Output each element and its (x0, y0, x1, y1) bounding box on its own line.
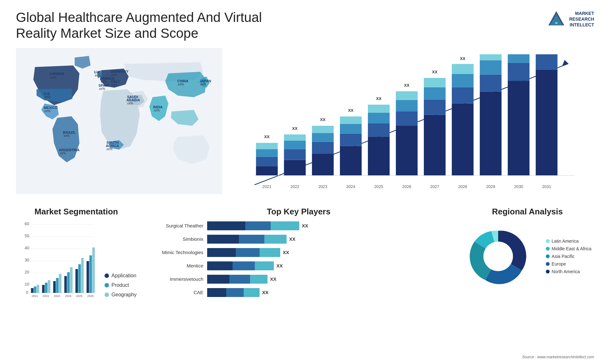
player-row: Mimic Technologies XX (152, 248, 445, 257)
svg-rect-93 (508, 63, 529, 81)
svg-rect-44 (284, 160, 306, 175)
legend-europe: Europe (546, 261, 591, 266)
bar-seg1 (207, 221, 245, 230)
legend-dot-geography (105, 293, 109, 297)
player-bar (207, 261, 274, 270)
svg-rect-58 (340, 124, 362, 133)
bar-chart-svg: XX 2021 XX 2022 XX (238, 54, 581, 197)
svg-rect-124 (45, 283, 47, 293)
svg-text:xx%: xx% (127, 102, 133, 105)
player-name: CAE (152, 290, 203, 295)
bar-seg1 (207, 235, 239, 244)
svg-text:2026: 2026 (87, 294, 93, 298)
players-title: Top Key Players (152, 207, 445, 217)
player-row: Surgical Theather XX (152, 221, 445, 230)
bar-seg2 (233, 261, 255, 270)
player-bar-container: XX (207, 248, 289, 257)
svg-rect-63 (368, 123, 390, 137)
svg-rect-52 (312, 133, 334, 142)
legend-middle-east: Middle East & Africa (546, 246, 591, 251)
svg-text:XX: XX (264, 134, 270, 139)
player-name: Mentice (152, 263, 203, 268)
legend-asia-pacific: Asia Pacific (546, 254, 591, 259)
label-europe: Europe (552, 261, 566, 266)
svg-text:M: M (555, 22, 558, 24)
svg-rect-128 (56, 278, 58, 293)
svg-text:2023: 2023 (318, 184, 327, 189)
svg-rect-71 (396, 91, 417, 100)
svg-text:xx%: xx% (111, 73, 117, 77)
legend-product: Product (105, 282, 137, 288)
players-section: Top Key Players Surgical Theather XX Sim… (146, 207, 451, 301)
svg-rect-45 (284, 149, 306, 160)
player-bar-container: XX (207, 288, 268, 297)
regional-title: Regional Analysis (492, 207, 563, 217)
svg-rect-137 (81, 258, 84, 293)
svg-rect-65 (368, 104, 390, 112)
svg-text:2024: 2024 (346, 184, 355, 189)
svg-text:2022: 2022 (43, 294, 49, 298)
bar-seg1 (207, 275, 229, 284)
svg-rect-68 (396, 126, 417, 176)
svg-text:xx%: xx% (178, 83, 184, 86)
svg-rect-46 (284, 141, 306, 149)
svg-rect-83 (452, 64, 473, 74)
player-row: Immersivetouch XX (152, 275, 445, 284)
svg-rect-120 (34, 286, 36, 293)
svg-rect-119 (31, 288, 33, 293)
svg-rect-86 (480, 91, 501, 175)
svg-text:2021: 2021 (31, 294, 38, 298)
bar-seg2 (229, 275, 250, 284)
bar-seg2 (226, 288, 244, 297)
player-val: XX (289, 236, 295, 242)
donut-chart-svg (463, 221, 533, 291)
player-bar-container: XX (207, 261, 283, 270)
svg-text:XX: XX (320, 117, 326, 122)
seg-legend: Application Product Geography (105, 273, 137, 298)
svg-text:xx%: xx% (106, 147, 112, 151)
page-container: Global Healthcare Augmented And Virtual … (0, 0, 610, 364)
legend-dot-application (105, 273, 109, 278)
svg-text:xx%: xx% (64, 134, 70, 138)
svg-rect-98 (536, 70, 557, 176)
svg-rect-88 (480, 60, 501, 74)
player-name: Mimic Technologies (152, 250, 203, 255)
player-val: XX (302, 223, 308, 228)
svg-rect-56 (340, 146, 362, 175)
header: Global Healthcare Augmented And Virtual … (16, 10, 594, 42)
player-row: Mentice XX (152, 261, 445, 270)
legend-geography: Geography (105, 292, 137, 298)
player-name: Immersivetouch (152, 276, 203, 282)
svg-rect-139 (86, 261, 89, 293)
player-val: XX (262, 290, 268, 295)
svg-text:20: 20 (24, 270, 29, 274)
svg-rect-127 (53, 281, 56, 293)
bar-seg1 (207, 248, 236, 257)
svg-rect-75 (424, 100, 445, 115)
svg-text:10: 10 (24, 282, 29, 286)
svg-text:XX: XX (348, 108, 354, 113)
svg-rect-89 (480, 54, 501, 60)
bar-seg1 (207, 288, 226, 297)
player-name: Simbionix (152, 236, 203, 242)
bar-seg2 (236, 248, 260, 257)
world-map-svg: CANADA xx% U.S. xx% MEXICO xx% BRAZIL xx… (16, 48, 222, 194)
regional-legend: Latin America Middle East & Africa Asia … (546, 239, 591, 274)
page-title: Global Healthcare Augmented And Virtual … (16, 10, 302, 42)
legend-label-product: Product (112, 282, 129, 288)
svg-rect-64 (368, 113, 390, 123)
legend-label-application: Application (112, 273, 136, 279)
logo-text: MARKET RESEARCH INTELLECT (569, 10, 594, 28)
logo-area: M MARKET RESEARCH INTELLECT (547, 10, 594, 29)
bar-seg2 (245, 221, 271, 230)
player-val: XX (283, 250, 289, 255)
svg-text:60: 60 (24, 221, 29, 226)
svg-text:2025: 2025 (374, 184, 383, 189)
svg-text:40: 40 (24, 246, 29, 250)
svg-text:2023: 2023 (54, 294, 60, 298)
svg-text:xx%: xx% (111, 83, 117, 87)
svg-text:xx%: xx% (99, 87, 105, 91)
svg-point-144 (484, 241, 513, 271)
svg-text:xx%: xx% (50, 76, 56, 79)
svg-rect-132 (67, 272, 70, 293)
